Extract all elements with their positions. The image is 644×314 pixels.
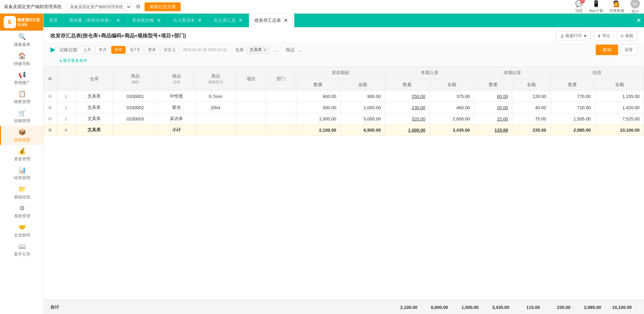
query-button[interactable]: 查询 [596,45,618,55]
row-in-qty[interactable]: 1,000.00 [385,125,430,136]
row-in-qty[interactable]: 520.00 [385,113,430,125]
sidebar-item-sales[interactable]: 📋 销售管理 [0,88,43,107]
row-goods-name: 中性笔 [158,91,195,102]
row-in-amt: 3,435.00 [430,125,474,136]
sidebar-item-label-quick: 快捷导航 [14,61,30,67]
tab-inout-flow-close[interactable]: ✕ [197,18,202,23]
service-icon-group[interactable]: 💁 在线客服 [609,0,624,13]
tab-inout-flow-label: 出入库流水 [173,17,195,23]
footer-total-row: 合计 2,100.00 6,900.00 1,000.00 3,435.00 1… [44,300,644,314]
sidebar-item-basic[interactable]: 📁 基础信息 [0,183,43,202]
row-dept [266,102,296,113]
tab-bar-close-all[interactable]: ✕ [636,17,644,24]
footer-bal-amt: 10,100.00 [607,305,637,310]
sidebar-item-purchase[interactable]: 🛒 采购管理 [0,107,43,126]
tab-stock-dist-close[interactable]: ✕ [115,18,121,23]
page-title: 收发存汇总表(按仓库+商品编码+商品+规格型号+项目+部门) [50,33,186,39]
date-range-display: 2023-01-01 至 2023-12-31 [183,47,227,52]
finance-icon: 💰 [18,147,26,155]
sidebar-item-label-coop: 企业协同 [14,232,30,238]
col-group-out: 本期出库 [474,67,550,79]
row-settings[interactable]: ⚙ [44,113,56,125]
tab-recv-send-summary-close[interactable]: ✕ [283,18,288,23]
print-button[interactable]: 🖨 换版打印 ▼ [556,31,591,40]
row-out-qty[interactable]: 115.00 [474,125,512,136]
sidebar-item-system[interactable]: ⚙ 系统管理 [0,202,43,221]
warehouse-filter-tag[interactable]: 文具库 ✕ [247,46,270,54]
footer-out-amt: 235.00 [545,305,576,310]
warehouse-value: 文具库 [250,47,262,53]
row-bal-qty: 710.00 [550,102,595,113]
settings-icon[interactable]: ⚙ [136,3,141,10]
tab-inout-summary[interactable]: 出入库汇总 ✕ [208,14,249,27]
refresh-label: 刷新 [625,33,633,39]
row-out-qty[interactable]: 20.00 [474,102,512,113]
row-settings[interactable]: ⚙ [44,102,56,113]
row-in-amt: 460.00 [430,102,474,113]
date-btn-custom[interactable]: 自定义 [161,46,179,54]
tab-inout-summary-close[interactable]: ✕ [238,18,243,23]
message-label: 消息 [575,8,583,13]
col-code-header: 商品编码 [113,67,158,91]
col-settings-header[interactable]: ⚙ [44,67,56,91]
date-btn-last-month[interactable]: 上月 [80,46,94,54]
export-label: 导出 [602,33,610,39]
page-actions: 🖨 换版打印 ▼ ⬇ 导出 ↻ 刷新 [556,31,637,40]
row-open-amt: 900.00 [341,91,385,102]
goods-more-icon[interactable]: ... [297,46,302,53]
date-buttons: 上月 本月 本年 近7天 更多 自定义 [80,46,179,54]
system-icon: ⚙ [19,204,25,212]
tab-batch-close[interactable]: ✕ [156,18,162,23]
refresh-icon: ↻ [621,34,624,38]
warehouse-more-icon[interactable]: ... [273,46,278,53]
sidebar-item-guide[interactable]: 📖 新手引导 [0,240,43,259]
row-open-qty: 500.00 [296,102,341,113]
tab-batch[interactable]: 库存批次账 ✕ [127,14,167,27]
date-btn-7days[interactable]: 近7天 [127,46,144,54]
date-btn-this-month[interactable]: 本月 [96,46,110,54]
row-settings[interactable]: ⚙ [44,125,56,136]
row-out-qty[interactable]: 80.00 [474,91,512,102]
warehouse-tag-close[interactable]: ✕ [263,48,267,52]
tab-home[interactable]: 首页 [44,14,64,27]
expand-arrow-icon[interactable]: ▶ [50,45,55,53]
user-icon-group[interactable]: Ea 用户 [630,0,640,14]
row-out-qty[interactable]: 15.00 [474,113,512,125]
tab-recv-send-summary[interactable]: 收发存汇总表 ✕ [249,14,294,27]
sidebar-item-search[interactable]: 🔍 搜索菜单 [0,31,43,50]
refresh-button[interactable]: ↻ 刷新 [617,31,637,40]
message-icon-group[interactable]: 💬 6 消息 [575,0,583,13]
sidebar-item-marketing[interactable]: 📢 营销推广 [0,69,43,88]
export-button[interactable]: ⬇ 导出 [594,31,614,40]
expand-more-conditions-btn[interactable]: ▾ 展开更多条件 [60,58,637,64]
system-selector[interactable]: 装备及固定资产辅助管理系统 [66,3,132,11]
service-label: 在线客服 [609,8,624,13]
setting-button[interactable]: 设置 [620,45,637,55]
col-group-balance: 结存 [550,67,644,79]
row-in-qty[interactable]: 250.00 [385,91,430,102]
sidebar-item-finance[interactable]: 💰 资金管理 [0,145,43,164]
row-settings[interactable]: ⚙ [44,91,56,102]
filter-area: ▶ 记账日期 上月 本月 本年 近7天 更多 [44,42,644,67]
date-btn-more[interactable]: 更多 [145,46,159,54]
row-in-qty[interactable]: 230.00 [385,102,430,113]
row-warehouse: 文具库 [75,102,113,113]
app-download-icon-group[interactable]: 📱 App下载 [589,0,603,13]
date-btn-this-year[interactable]: 本年 [111,46,126,54]
sidebar-item-inventory[interactable]: 📦 库存核算 [0,126,43,145]
tab-stock-dist[interactable]: 现存量（库存分布表） ✕ [64,14,127,27]
sidebar-logo-title: 畅捷通好生意 [17,17,40,22]
row-dept [266,125,296,136]
sidebar-item-operations[interactable]: 📊 经营管理 [0,164,43,183]
sidebar-item-label-search: 搜索菜单 [14,42,30,48]
date-filter-label: 记账日期 [60,47,77,53]
try-button[interactable]: 体验行业方案 [145,2,181,11]
row-open-amt: 6,900.00 [341,125,385,136]
row-goods-name: 小计 [158,125,195,136]
tab-inout-flow[interactable]: 出入库流水 ✕ [167,14,208,27]
sidebar-item-coop[interactable]: 🤝 企业协同 [0,221,43,240]
row-spec: 0.7mm [195,91,236,102]
sidebar-item-quick[interactable]: 🏠 快捷导航 [0,50,43,69]
footer-out-qty: 115.00 [515,305,545,310]
tab-inout-summary-label: 出入库汇总 [214,17,236,23]
